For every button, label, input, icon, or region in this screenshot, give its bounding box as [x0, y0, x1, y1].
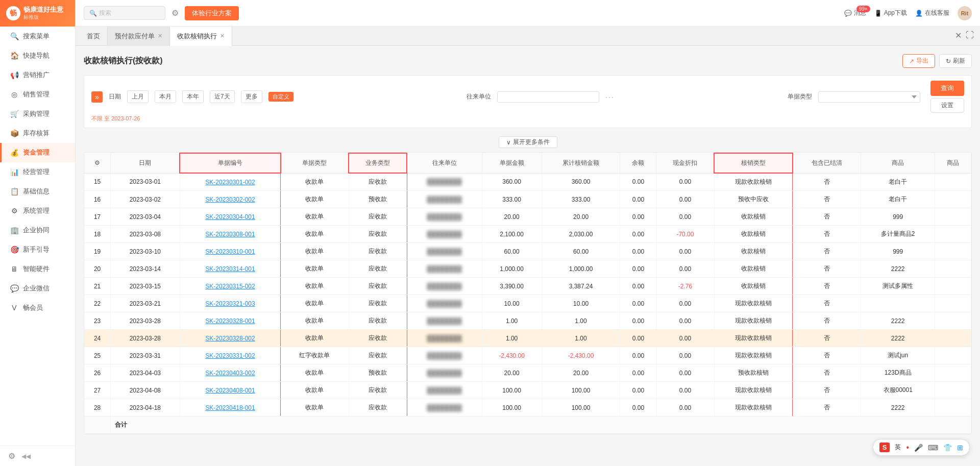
date-cell: 2023-03-15 — [111, 278, 180, 295]
seq-cell: 21 — [84, 278, 111, 295]
doc-no-link[interactable]: SK-20230408-001 — [205, 387, 255, 394]
date-cell: 2023-03-10 — [111, 243, 180, 260]
include-cleared-cell: 否 — [793, 260, 861, 278]
date-7days-btn[interactable]: 近7天 — [210, 90, 235, 103]
settings-button[interactable]: 设置 — [930, 98, 964, 113]
product-cell — [861, 295, 935, 312]
topbar-messages[interactable]: 💬 消息 99+ — [844, 9, 866, 17]
sidebar-item-ops[interactable]: 📊经营管理 — [0, 162, 75, 182]
doc-no-link[interactable]: SK-20230302-002 — [205, 196, 255, 203]
purchase-icon: 🛒 — [10, 110, 19, 118]
cancel-type-cell: 收款核销 — [714, 208, 793, 226]
chevron-down-icon: ∨ — [506, 139, 511, 146]
tab-close-receipt-icon[interactable]: ✕ — [220, 33, 225, 39]
date-this-month-btn[interactable]: 本月 — [155, 90, 176, 103]
sidebar-item-hardware[interactable]: 🖥智能硬件 — [0, 259, 75, 279]
doc-no-link[interactable]: SK-20230308-001 — [205, 231, 255, 238]
export-button[interactable]: ↗ 导出 — [902, 54, 935, 68]
member-icon: V — [10, 304, 19, 312]
include-cleared-cell: 否 — [793, 312, 861, 330]
partner-input[interactable] — [497, 91, 599, 103]
topbar-settings-icon[interactable]: ⚙ — [172, 8, 179, 18]
system-icon: ⚙ — [10, 207, 19, 215]
sidebar-item-sales[interactable]: ◎销售管理 — [0, 85, 75, 104]
balance-cell: 0.00 — [620, 191, 656, 208]
sidebar-item-guide[interactable]: 🎯新手引导 — [0, 240, 75, 259]
ime-skin-icon[interactable]: 👕 — [943, 444, 952, 452]
industry-btn[interactable]: 体验行业方案 — [185, 6, 239, 20]
ime-mic-icon[interactable]: 🎤 — [914, 444, 923, 452]
tab-home[interactable]: 首页 — [80, 27, 108, 46]
date-more-btn[interactable]: 更多 — [241, 90, 262, 103]
sidebar-item-inventory[interactable]: 📦库存核算 — [0, 124, 75, 143]
doc-no-link[interactable]: SK-20230403-002 — [205, 370, 255, 377]
doc-no-cell: SK-20230321-003 — [180, 295, 281, 312]
sidebar-item-purchase[interactable]: 🛒采购管理 — [0, 104, 75, 124]
tab-label-home: 首页 — [87, 32, 100, 41]
topbar-app-download[interactable]: 📱 App下载 — [874, 9, 907, 17]
date-last-month-btn[interactable]: 上月 — [127, 90, 149, 103]
collapse-icon[interactable]: ◀◀ — [21, 453, 31, 460]
doc-no-link[interactable]: SK-20230331-002 — [205, 352, 255, 359]
doc-no-link[interactable]: SK-20230328-002 — [205, 335, 255, 342]
doc-no-link[interactable]: SK-20230321-003 — [205, 300, 255, 307]
topbar-search[interactable]: 🔍 搜索 — [84, 6, 165, 20]
sidebar-item-member[interactable]: V畅会员 — [0, 298, 75, 317]
sidebar-item-basic[interactable]: 📋基础信息 — [0, 182, 75, 201]
tab-receipt[interactable]: 收款核销执行✕ — [170, 27, 232, 46]
th-settings[interactable]: ⚙ — [84, 153, 111, 173]
tab-close-prepay-icon[interactable]: ✕ — [158, 33, 162, 39]
ops-icon: 📊 — [10, 168, 19, 176]
partner-cell: ████████ — [407, 208, 482, 226]
settings-icon[interactable]: ⚙ — [8, 451, 15, 461]
sidebar-item-search[interactable]: 🔍搜索菜单 — [0, 27, 75, 46]
doc-no-link[interactable]: SK-20230310-001 — [205, 248, 255, 255]
tab-close-all-icon[interactable]: ✕ — [955, 31, 962, 40]
balance-cell: 0.00 — [620, 226, 656, 243]
th-cancel-type: 核销类型 — [714, 153, 793, 173]
cancel-type-cell: 收款核销 — [714, 260, 793, 278]
doc-no-link[interactable]: SK-20230418-001 — [205, 404, 255, 411]
column-settings-icon[interactable]: ⚙ — [94, 159, 100, 166]
total-cancel-cell: 100.00 — [542, 382, 620, 399]
cancel-type-cell: 收款核销 — [714, 226, 793, 243]
sidebar-item-finance[interactable]: 💰资金管理 — [0, 143, 75, 162]
amount-cell: 360.00 — [482, 173, 542, 191]
product2-cell — [935, 312, 971, 330]
sidebar-item-system[interactable]: ⚙系统管理 — [0, 201, 75, 220]
ime-grid-icon[interactable]: ⊞ — [957, 444, 963, 452]
sidebar-item-quick[interactable]: 🏠快捷导航 — [0, 46, 75, 65]
expand-more-btn[interactable]: ∨ 展开更多条件 — [499, 136, 557, 148]
product2-cell — [935, 364, 971, 382]
refresh-button[interactable]: ↻ 刷新 — [939, 54, 972, 68]
ime-keyboard-icon[interactable]: ⌨ — [928, 444, 938, 452]
ime-input-mode[interactable]: 英 — [895, 443, 901, 452]
filter-dots: ··· — [605, 93, 615, 101]
doc-no-link[interactable]: SK-20230301-002 — [205, 179, 255, 186]
cancel-type-cell: 收款核销 — [714, 243, 793, 260]
date-this-year-btn[interactable]: 本年 — [182, 90, 204, 103]
tab-maximize-icon[interactable]: ⛶ — [966, 31, 974, 40]
balance-cell: 0.00 — [620, 399, 656, 416]
biz-type-cell: 应收款 — [349, 330, 407, 347]
doc-no-link[interactable]: SK-20230304-001 — [205, 213, 255, 220]
sidebar-item-marketing[interactable]: 📢营销推广 — [0, 65, 75, 85]
balance-cell: 0.00 — [620, 382, 656, 399]
sidebar-item-wechat[interactable]: 💬企业微信 — [0, 279, 75, 298]
doc-type-select[interactable] — [818, 91, 920, 103]
sidebar-label-guide: 新手引导 — [23, 245, 50, 254]
tab-prepay[interactable]: 预付款应付单✕ — [108, 27, 170, 46]
avatar[interactable]: Rit — [958, 6, 972, 20]
query-button[interactable]: 查询 — [930, 81, 964, 96]
doc-no-link[interactable]: SK-20230328-001 — [205, 317, 255, 325]
seq-cell: 28 — [84, 399, 111, 416]
filter-toggle-btn[interactable]: » — [91, 91, 103, 103]
doc-no-link[interactable]: SK-20230315-002 — [205, 283, 255, 290]
topbar-online-service[interactable]: 👤 在线客服 — [915, 9, 949, 17]
include-cleared-cell: 否 — [793, 347, 861, 364]
doc-no-link[interactable]: SK-20230314-001 — [205, 265, 255, 273]
export-icon: ↗ — [909, 58, 914, 65]
cancel-type-cell: 现款收款核销 — [714, 295, 793, 312]
date-custom-btn[interactable]: 自定义 — [268, 92, 293, 102]
sidebar-item-corp[interactable]: 🏢企业协同 — [0, 220, 75, 240]
